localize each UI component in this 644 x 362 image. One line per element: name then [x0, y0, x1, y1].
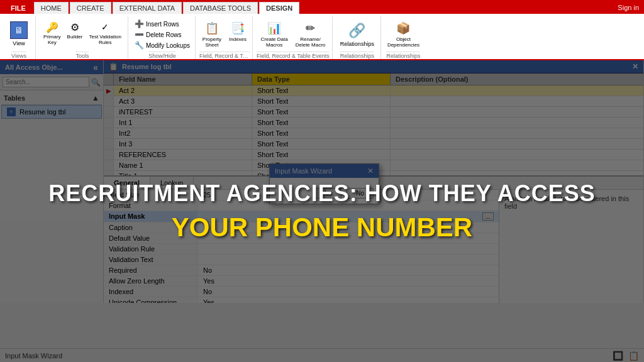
ribbon-group-showhide-label: Show/Hide: [148, 52, 176, 59]
ribbon-btn-create-data-macros[interactable]: 📊 Create DataMacros: [258, 19, 291, 49]
tab-home[interactable]: HOME: [34, 2, 69, 14]
ribbon-group-props-label: Field, Record & Table Events: [199, 52, 250, 59]
ribbon-btn-insert-rows[interactable]: ➕ Insert Rows: [133, 19, 191, 29]
ribbon-btn-test-validation[interactable]: ✓ Test Validation Rules: [86, 19, 123, 47]
ribbon-group-object-deps-label: Relationships: [386, 52, 420, 59]
tab-create[interactable]: CREATE: [70, 2, 111, 14]
ribbon-btn-delete-rows[interactable]: ➖ Delete Rows: [133, 30, 191, 40]
ribbon-group-relationships: 🔗 Relationships Relationships: [334, 16, 381, 59]
ribbon-group-object-deps: 📦 ObjectDependencies Relationships: [382, 16, 425, 59]
ribbon-tabs: FILE HOME CREATE EXTERNAL DATA DATABASE …: [0, 0, 644, 14]
ribbon-group-tools: 🔑 Primary Key ⚙ Builder ✓ Test Validatio…: [37, 16, 128, 59]
ribbon-group-props: 📋 PropertySheet 📑 Indexes Field, Record …: [197, 16, 253, 59]
tab-database-tools[interactable]: DATABASE TOOLS: [183, 2, 258, 14]
ribbon-btn-indexes[interactable]: 📑 Indexes: [226, 19, 249, 43]
ribbon-group-tools-label: Tools: [75, 52, 89, 59]
ribbon-btn-view[interactable]: 🖥 View: [6, 16, 31, 52]
sign-in[interactable]: Sign in: [618, 4, 639, 14]
overlay-subtitle: YOUR PHONE NUMBER: [172, 212, 472, 243]
ribbon-group-macros-label: Field, Record & Table Events: [257, 52, 330, 59]
ribbon-btn-property-sheet[interactable]: 📋 PropertySheet: [200, 19, 224, 49]
ribbon-btn-relationships[interactable]: 🔗 Relationships: [336, 16, 378, 52]
tab-external-data[interactable]: EXTERNAL DATA: [113, 2, 182, 14]
ribbon-group-macros: 📊 Create DataMacros ✏ Rename/Delete Macr…: [254, 16, 333, 59]
overlay-title: RECRUITMENT AGENCIES: HOW THEY ACCESS: [48, 180, 596, 207]
ribbon-btn-rename-macro[interactable]: ✏ Rename/Delete Macro: [293, 19, 328, 49]
ribbon-group-showhide: ➕ Insert Rows ➖ Delete Rows 🔧 Modify Loo…: [130, 16, 196, 59]
ribbon-btn-object-dependencies[interactable]: 📦 ObjectDependencies: [385, 16, 422, 52]
ribbon-content: 🖥 View Views 🔑 Primary Key ⚙ Builder ✓: [0, 14, 644, 60]
ribbon-group-views-label: Views: [11, 52, 26, 59]
tab-file[interactable]: FILE: [4, 2, 33, 14]
tab-design[interactable]: DESIGN: [259, 2, 299, 14]
video-overlay: RECRUITMENT AGENCIES: HOW THEY ACCESS YO…: [0, 60, 644, 362]
ribbon-btn-builder[interactable]: ⚙ Builder: [65, 19, 86, 41]
ribbon-btn-primary-key[interactable]: 🔑 Primary Key: [41, 19, 64, 47]
ribbon-btn-modify-lookups[interactable]: 🔧 Modify Lookups: [133, 40, 191, 50]
ribbon-group-views: 🖥 View Views: [3, 16, 36, 59]
ribbon-group-relationships-label: Relationships: [340, 52, 374, 59]
